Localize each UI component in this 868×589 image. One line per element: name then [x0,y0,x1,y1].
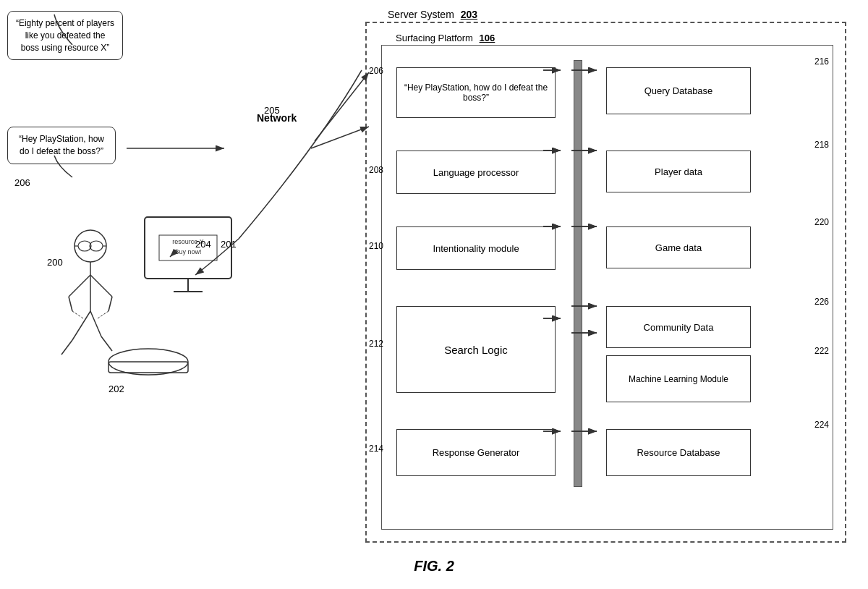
surfacing-platform-label: Surfacing Platform 106 [393,33,498,43]
ref-212: 212 [369,339,383,349]
svg-line-8 [69,297,72,311]
speech-bubble-206: “Hey PlayStation, how do I defeat the bo… [7,127,116,164]
svg-point-2 [90,241,103,251]
ref-202: 202 [109,384,124,394]
ref-200: 200 [47,257,63,268]
svg-line-9 [90,275,112,297]
separator-bar [574,60,582,487]
community-data-box: Community Data [606,306,751,348]
ref-208: 208 [369,165,383,175]
server-system-box: Server System 203 Surfacing Platform 106… [365,22,846,543]
diagram: FIG. 2 228 “Eighty percent of players li… [0,0,868,589]
search-logic-box: Search Logic [396,306,556,393]
resource-db-box: Resource Database [606,429,751,476]
ref-214: 214 [369,444,383,454]
console [105,347,192,384]
svg-point-1 [78,241,91,251]
ref-204: 204 [195,239,211,250]
language-processor-box: Language processor [396,151,556,194]
ref-206-left: 206 [14,177,30,188]
ref-218: 218 [814,140,829,150]
response-generator-box: Response Generator [396,429,556,476]
svg-line-34 [311,127,369,148]
speech-bubble-228: “Eighty percent of players like you defe… [7,11,123,60]
svg-line-10 [109,297,112,311]
ref-226: 226 [814,297,829,307]
ml-module-box: Machine Learning Module [606,355,751,402]
svg-line-11 [72,311,90,340]
intentionality-module-box: Intentionality module [396,226,556,270]
ref-220: 220 [814,217,829,227]
fig-caption: FIG. 2 [414,558,454,575]
server-system-label: Server System 203 [385,9,480,20]
query-box: “Hey PlayStation, how do I defeat the bo… [396,67,556,118]
svg-line-16 [98,311,109,318]
ref-201: 201 [221,239,237,250]
ref-206-right: 206 [369,66,383,76]
ref-224: 224 [814,420,829,430]
surfacing-platform-box: Surfacing Platform 106 “Hey PlayStation,… [381,45,833,530]
svg-line-15 [72,311,83,318]
monitor: resource X Buy now! [141,213,235,300]
svg-line-13 [90,311,101,336]
ref-222: 222 [814,346,829,356]
query-database-box: Query Database [606,67,751,114]
svg-line-12 [61,340,72,355]
svg-line-7 [69,275,90,297]
ref-205: 205 [264,105,280,116]
ref-210: 210 [369,241,383,251]
game-data-box: Game data [606,226,751,268]
ref-216: 216 [814,56,829,67]
player-data-box: Player data [606,151,751,192]
